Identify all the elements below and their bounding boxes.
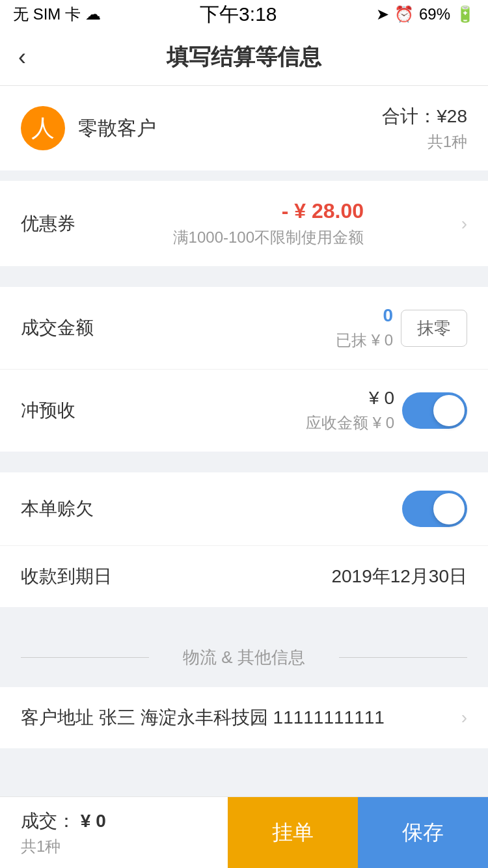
customer-total: 合计：¥28 共1种: [382, 104, 467, 152]
bottom-bar: 成交： ¥ 0 共1种 挂单 保存: [0, 796, 488, 868]
pre-received-amount: ¥ 0: [306, 388, 394, 409]
deal-amount-card: 成交金额 0 已抹 ¥ 0 抹零 冲预收 ¥ 0 应收金额 ¥ 0: [0, 287, 488, 452]
pre-received-right: ¥ 0 应收金额 ¥ 0: [306, 388, 467, 433]
coupon-chevron-icon: ›: [461, 213, 467, 234]
avatar-icon: 人: [31, 113, 55, 144]
address-card[interactable]: 客户地址 张三 海淀永丰科技园 11111111111 ›: [0, 687, 488, 748]
save-button[interactable]: 保存: [358, 797, 488, 869]
coupon-row[interactable]: 优惠券 - ¥ 28.00 满1000-100不限制使用金额 ›: [0, 181, 488, 266]
content: 人 零散客户 合计：¥28 共1种 优惠券 - ¥ 28.00 满1000-10…: [0, 86, 488, 868]
debt-card: 本单赊欠 收款到期日 2019年12月30日: [0, 472, 488, 607]
due-date-row: 收款到期日 2019年12月30日: [0, 546, 488, 607]
status-right: ➤ ⏰ 69% 🔋: [376, 5, 475, 23]
status-time: 下午3:18: [200, 1, 277, 28]
debt-toggle-slider[interactable]: [402, 491, 467, 527]
bottom-info: 成交： ¥ 0 共1种: [0, 809, 228, 857]
bottom-deal-amount: ¥ 0: [81, 811, 106, 831]
round-zero-button[interactable]: 抹零: [401, 310, 467, 347]
discount-amount: - ¥ 28.00: [173, 199, 364, 223]
address-chevron-icon: ›: [461, 707, 467, 728]
coupon-card[interactable]: 优惠券 - ¥ 28.00 满1000-100不限制使用金额 ›: [0, 181, 488, 266]
location-icon: ➤: [376, 5, 389, 23]
status-bar: 无 SIM 卡 ☁ 下午3:18 ➤ ⏰ 69% 🔋: [0, 0, 488, 29]
logistics-label: 物流 & 其他信息: [183, 646, 305, 669]
pre-received-subtext: 应收金额 ¥ 0: [306, 413, 394, 433]
debt-label: 本单赊欠: [21, 496, 94, 521]
page-title: 填写结算等信息: [167, 42, 321, 72]
pre-received-col: ¥ 0 应收金额 ¥ 0: [306, 388, 394, 433]
due-date-label: 收款到期日: [21, 564, 112, 589]
avatar: 人: [21, 106, 65, 150]
address-row[interactable]: 客户地址 张三 海淀永丰科技园 11111111111 ›: [0, 687, 488, 748]
customer-left: 人 零散客户: [21, 106, 156, 150]
total-amount-text: 合计：¥28: [382, 104, 467, 129]
logistics-header: 物流 & 其他信息: [0, 628, 488, 687]
deal-amount-subtext: 已抹 ¥ 0: [336, 330, 393, 351]
section-divider-2: [0, 462, 488, 472]
status-left: 无 SIM 卡 ☁: [13, 4, 101, 25]
discount-description: 满1000-100不限制使用金额: [173, 227, 364, 248]
alarm-icon: ⏰: [394, 5, 414, 23]
customer-name: 零散客户: [78, 115, 156, 142]
section-divider-1: [0, 277, 488, 287]
debt-toggle[interactable]: [402, 491, 467, 527]
address-value: 张三 海淀永丰科技园 11111111111: [99, 705, 455, 730]
nav-bar: ‹ 填写结算等信息: [0, 29, 488, 86]
customer-row: 人 零散客户 合计：¥28 共1种: [0, 86, 488, 170]
deal-amount-col: 0 已抹 ¥ 0: [336, 305, 393, 351]
back-button[interactable]: ‹: [18, 44, 26, 71]
pre-received-row: 冲预收 ¥ 0 应收金额 ¥ 0: [0, 370, 488, 452]
bottom-count: 共1种: [21, 836, 207, 857]
battery-icon: 🔋: [455, 5, 475, 23]
deal-amount-right: 0 已抹 ¥ 0 抹零: [336, 305, 467, 351]
customer-card: 人 零散客户 合计：¥28 共1种: [0, 86, 488, 170]
toggle-slider[interactable]: [402, 392, 467, 429]
due-date-value: 2019年12月30日: [331, 564, 467, 589]
hang-order-button[interactable]: 挂单: [228, 797, 358, 869]
bottom-deal-label: 成交：: [21, 811, 75, 831]
bottom-deal-row: 成交： ¥ 0: [21, 809, 207, 834]
deal-amount-value[interactable]: 0: [383, 305, 393, 325]
total-count-text: 共1种: [382, 131, 467, 152]
battery-text: 69%: [419, 5, 450, 23]
pre-received-label: 冲预收: [21, 398, 75, 423]
deal-amount-row: 成交金额 0 已抹 ¥ 0 抹零: [0, 287, 488, 370]
deal-amount-label: 成交金额: [21, 316, 94, 340]
coupon-right: - ¥ 28.00 满1000-100不限制使用金额: [173, 199, 364, 248]
carrier-text: 无 SIM 卡 ☁: [13, 4, 101, 25]
coupon-label: 优惠券: [21, 211, 75, 236]
pre-received-toggle[interactable]: [402, 392, 467, 429]
address-label: 客户地址: [21, 705, 99, 730]
debt-row: 本单赊欠: [0, 472, 488, 546]
section-divider-3: [0, 617, 488, 628]
